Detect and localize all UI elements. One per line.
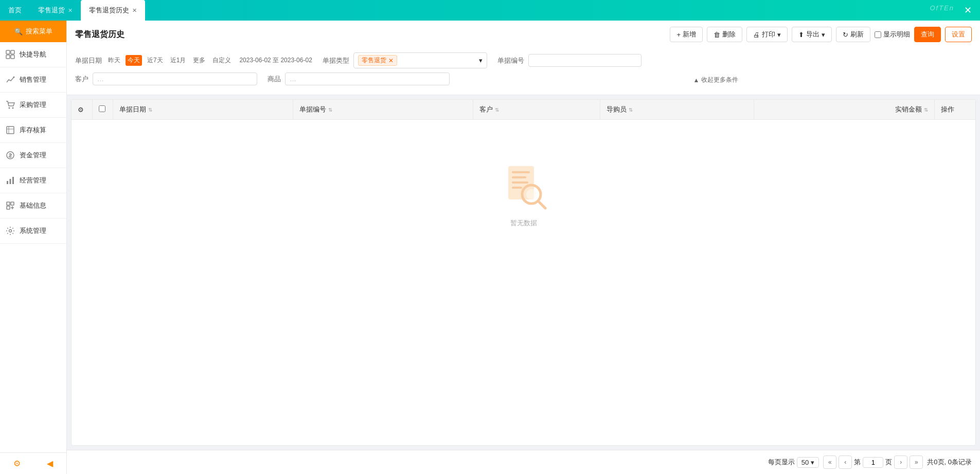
svg-rect-24 bbox=[512, 187, 522, 189]
page-size-value: 50 bbox=[801, 459, 809, 466]
print-icon: 🖨 bbox=[753, 31, 760, 39]
filter-goods: 商品 … bbox=[268, 72, 450, 85]
sidebar-search[interactable]: 🔍 搜索菜单 bbox=[0, 21, 66, 42]
search-icon: 🔍 bbox=[14, 28, 23, 35]
sidebar-item-quick-nav[interactable]: 快捷导航 bbox=[0, 42, 66, 67]
col-doc-date[interactable]: 单据日期 ⇅ bbox=[113, 100, 293, 120]
query-label: 查询 bbox=[921, 30, 934, 39]
tab-home[interactable]: 首页 bbox=[0, 0, 30, 21]
print-button[interactable]: 🖨 打印 ▾ bbox=[746, 27, 788, 42]
filter-goods-input[interactable]: … bbox=[285, 72, 450, 85]
filter-row-1: 单据日期 昨天 今天 近7天 近1月 更多 自定义 2023-06-02 至 2… bbox=[75, 52, 972, 68]
data-table: ⚙ 单据日期 ⇅ 单据编号 bbox=[72, 100, 975, 269]
select-all-checkbox[interactable] bbox=[99, 105, 105, 112]
top-bar: 首页 零售退货 ✕ 零售退货历史 ✕ OfTEn ✕ bbox=[0, 0, 980, 21]
col-settings-icon[interactable]: ⚙ bbox=[78, 106, 84, 114]
svg-line-26 bbox=[538, 201, 545, 208]
new-button[interactable]: + 新增 bbox=[670, 27, 703, 42]
window-close-icon[interactable]: ✕ bbox=[964, 5, 972, 15]
tab-retail-return-history-label: 零售退货历史 bbox=[89, 6, 129, 15]
page-first-btn[interactable]: « bbox=[823, 455, 836, 469]
refresh-button[interactable]: ↻ 刷新 bbox=[836, 27, 870, 42]
filter-date: 单据日期 昨天 今天 近7天 近1月 更多 自定义 2023-06-02 至 2… bbox=[75, 55, 312, 66]
tab-retail-return-history-close[interactable]: ✕ bbox=[132, 7, 137, 14]
collapse-sidebar-icon[interactable]: ◀ bbox=[47, 459, 53, 468]
page-size-box[interactable]: 50 ▾ bbox=[797, 457, 819, 468]
sidebar-item-sales[interactable]: 销售管理 bbox=[0, 67, 66, 93]
tab-retail-return[interactable]: 零售退货 ✕ bbox=[30, 0, 81, 21]
col-action-label: 操作 bbox=[941, 105, 954, 113]
sidebar-item-operations-label: 经营管理 bbox=[20, 176, 46, 185]
new-icon: + bbox=[676, 31, 681, 39]
page-last-btn[interactable]: » bbox=[910, 455, 923, 469]
tab-retail-return-close[interactable]: ✕ bbox=[68, 7, 73, 14]
base-info-icon bbox=[5, 200, 15, 211]
tab-retail-return-history[interactable]: 零售退货历史 ✕ bbox=[81, 0, 145, 21]
sidebar-item-operations[interactable]: 经营管理 bbox=[0, 168, 66, 193]
col-action: 操作 bbox=[934, 100, 975, 120]
empty-state: 暂无数据 bbox=[72, 120, 975, 269]
date-option-today[interactable]: 今天 bbox=[126, 55, 142, 66]
page-size-select: 每页显示 50 ▾ bbox=[768, 457, 819, 468]
empty-row: 暂无数据 bbox=[72, 120, 975, 269]
date-option-custom[interactable]: 自定义 bbox=[210, 55, 233, 66]
col-settings[interactable]: ⚙ bbox=[72, 100, 92, 120]
filter-date-label: 单据日期 bbox=[75, 56, 102, 65]
sidebar-item-inventory[interactable]: 库存核算 bbox=[0, 118, 66, 143]
page-title: 零售退货历史 bbox=[75, 29, 124, 40]
sidebar-item-purchase-label: 采购管理 bbox=[20, 100, 46, 110]
settings-icon[interactable]: ⚙ bbox=[13, 459, 21, 468]
date-option-7days[interactable]: 近7天 bbox=[145, 55, 165, 66]
svg-rect-23 bbox=[512, 181, 528, 184]
sidebar-item-base-info-label: 基础信息 bbox=[20, 201, 46, 210]
collapse-filter-btn[interactable]: ▲ 收起更多条件 bbox=[693, 76, 739, 84]
filter-customer: 客户 … bbox=[75, 72, 257, 85]
filter-row-2: 客户 … 商品 … ▲ 收起更多 bbox=[75, 72, 972, 85]
page-nav: « ‹ 第 页 › » bbox=[823, 455, 923, 469]
col-guide[interactable]: 导购员 ⇅ bbox=[600, 100, 754, 120]
sidebar-item-base-info[interactable]: 基础信息 bbox=[0, 193, 66, 218]
filter-goods-label: 商品 bbox=[268, 75, 281, 84]
col-checkbox[interactable] bbox=[92, 100, 113, 120]
display-detail-input[interactable] bbox=[875, 31, 881, 38]
svg-point-6 bbox=[12, 107, 14, 109]
table-body: 暂无数据 bbox=[72, 120, 975, 269]
date-option-1month[interactable]: 近1月 bbox=[168, 55, 188, 66]
print-chevron: ▾ bbox=[777, 31, 781, 39]
tab-retail-return-label: 零售退货 bbox=[38, 6, 65, 15]
pagination-bar: 每页显示 50 ▾ « ‹ 第 页 › bbox=[67, 450, 980, 474]
toolbar: + 新增 🗑 删除 🖨 打印 ▾ ⬆ 导出 ▾ bbox=[670, 27, 972, 42]
filter-doc-no-input[interactable] bbox=[528, 54, 642, 67]
table-head: ⚙ 单据日期 ⇅ 单据编号 bbox=[72, 100, 975, 120]
col-amount-sort: ⇅ bbox=[924, 107, 928, 113]
filter-type-tag-close[interactable]: ✕ bbox=[388, 57, 394, 64]
col-amount[interactable]: 实销金额 ⇅ bbox=[754, 100, 934, 120]
page-number-input[interactable] bbox=[863, 457, 883, 468]
page-prev-btn[interactable]: ‹ bbox=[839, 455, 852, 469]
sidebar-item-finance[interactable]: 资金管理 bbox=[0, 143, 66, 168]
date-option-more[interactable]: 更多 bbox=[191, 55, 207, 66]
filter-area: 单据日期 昨天 今天 近7天 近1月 更多 自定义 2023-06-02 至 2… bbox=[75, 47, 972, 95]
col-customer[interactable]: 客户 ⇅ bbox=[473, 100, 600, 120]
svg-rect-2 bbox=[6, 55, 10, 59]
sidebar-item-system[interactable]: 系统管理 bbox=[0, 218, 66, 244]
filter-type-select[interactable]: 零售退货 ✕ ▾ bbox=[353, 52, 487, 68]
finance-icon bbox=[5, 150, 15, 160]
filter-customer-input[interactable]: … bbox=[93, 72, 257, 85]
page-next-btn[interactable]: › bbox=[894, 455, 907, 469]
export-button[interactable]: ⬆ 导出 ▾ bbox=[792, 27, 832, 42]
empty-text: 暂无数据 bbox=[510, 218, 537, 228]
delete-button[interactable]: 🗑 删除 bbox=[707, 27, 742, 42]
sidebar-item-inventory-label: 库存核算 bbox=[20, 125, 46, 135]
delete-icon: 🗑 bbox=[714, 31, 720, 39]
sidebar-item-purchase[interactable]: 采购管理 bbox=[0, 93, 66, 118]
table-wrapper: ⚙ 单据日期 ⇅ 单据编号 bbox=[71, 99, 976, 446]
settings-button[interactable]: 设置 bbox=[945, 27, 972, 42]
query-button[interactable]: 查询 bbox=[914, 27, 941, 42]
date-option-yesterday[interactable]: 昨天 bbox=[106, 55, 122, 66]
display-detail-checkbox[interactable]: 显示明细 bbox=[875, 30, 910, 39]
svg-rect-12 bbox=[10, 179, 11, 184]
sidebar-item-system-label: 系统管理 bbox=[20, 226, 46, 235]
col-doc-no[interactable]: 单据编号 ⇅ bbox=[293, 100, 473, 120]
refresh-icon: ↻ bbox=[843, 31, 848, 39]
